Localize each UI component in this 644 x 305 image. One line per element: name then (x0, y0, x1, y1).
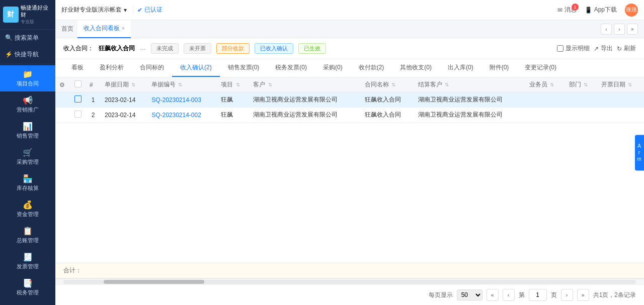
first-page-btn[interactable]: « (487, 289, 499, 301)
sub-tab-tax-invoice[interactable]: 税务发票(0) (267, 59, 315, 77)
export-btn[interactable]: ↗ 导出 (594, 44, 613, 53)
sidebar-item-sales[interactable]: 📊 销售管理 (0, 118, 55, 144)
row-project-1: 狂飙 (217, 92, 249, 108)
sub-tabs: 看板 盈利分析 合同标的 收入确认(2) 销售发票(0) 税务发票(0) 采购(… (55, 59, 644, 77)
row-order-no-1[interactable]: SQ-20230214-003 (147, 92, 217, 108)
sub-tab-profit[interactable]: 盈利分析 (92, 59, 132, 77)
show-detail-checkbox[interactable]: 显示明细 (557, 44, 590, 53)
table-row[interactable]: 2 2023-02-14 SQ-20230214-002 狂飙 湖南卫视商业运营… (55, 108, 644, 123)
col-customer[interactable]: 客户 ⇅ (249, 77, 360, 92)
sort-icon: ⇅ (445, 82, 449, 87)
col-bill-date[interactable]: 开票日期 ⇅ (597, 77, 644, 92)
status-not-invoiced[interactable]: 未开票 (184, 43, 211, 54)
col-date[interactable]: 单据日期 ⇅ (101, 77, 147, 92)
tab-nav-prev[interactable]: ‹ (601, 24, 612, 35)
row-checkbox-2[interactable] (74, 111, 82, 118)
export-label: 导出 (601, 44, 613, 53)
avatar[interactable]: 珠珠 (625, 4, 638, 17)
search-label: 搜索菜单 (15, 34, 39, 42)
col-salesperson[interactable]: 业务员 ⇅ (525, 77, 565, 92)
row-contract-1: 狂飙收入合同 (361, 92, 414, 108)
purchase-icon: 🛒 (23, 148, 33, 157)
col-contract-name[interactable]: 合同名称 ⇅ (361, 77, 414, 92)
page-number-input[interactable] (529, 289, 547, 301)
sidebar-item-fixed-assets[interactable]: 🏢 固定资产 (0, 300, 55, 305)
tab-contract-board[interactable]: 收入合同看板 × (77, 20, 131, 38)
sub-tab-purchase[interactable]: 采购(0) (315, 59, 351, 77)
right-float-panel[interactable]: Arm (635, 135, 644, 170)
verified-label: 已认证 (144, 6, 163, 14)
quick-nav[interactable]: ⚡ 快捷导航 (0, 46, 55, 63)
tab-nav-next[interactable]: › (614, 24, 625, 35)
row-check-1[interactable] (70, 92, 86, 108)
sidebar-item-invoice[interactable]: 🧾 发票管理 (0, 248, 55, 274)
sub-tab-warehouse[interactable]: 出入库(0) (440, 59, 481, 77)
app-download-label: App下载 (594, 6, 617, 14)
order-link-2[interactable]: SQ-20230214-002 (151, 112, 201, 119)
sidebar-item-tax[interactable]: 📑 税务管理 (0, 274, 55, 300)
tab-close-btn[interactable]: × (122, 26, 125, 31)
sub-tab-other-income[interactable]: 其他收支(0) (392, 59, 440, 77)
horizontal-scrollbar[interactable] (55, 278, 644, 284)
row-check-2[interactable] (70, 108, 86, 123)
status-income-confirmed[interactable]: 已收入确认 (255, 43, 293, 54)
col-settings[interactable]: ⚙ (55, 77, 70, 92)
sidebar-item-inventory[interactable]: 🏪 库存核算 (0, 170, 55, 196)
sidebar-item-marketing[interactable]: 📢 营销推广 (0, 91, 55, 118)
row-order-no-2[interactable]: SQ-20230214-002 (147, 108, 217, 123)
sidebar: 财 畅捷通好业财 专业版 🔍 搜索菜单 ⚡ 快捷导航 📁 项目合同 📢 营销推广… (0, 0, 55, 305)
sub-tab-subject[interactable]: 合同标的 (132, 59, 172, 77)
sub-tab-board[interactable]: 看板 (63, 59, 92, 77)
company-selector[interactable]: 好业财专业版演示帐套 ▾ (61, 6, 133, 14)
prev-page-btn[interactable]: ‹ (503, 289, 515, 301)
logo-sub: 专业版 (21, 19, 52, 25)
last-page-btn[interactable]: » (577, 289, 589, 301)
app-download-btn[interactable]: 📱 App下载 (585, 6, 617, 14)
per-page-select[interactable]: 20 50 100 (457, 289, 482, 300)
sidebar-search[interactable]: 🔍 搜索菜单 (0, 30, 55, 46)
sidebar-item-ledger[interactable]: 📋 总账管理 (0, 222, 55, 248)
check-all-checkbox[interactable] (74, 80, 82, 87)
topbar-right: ✉ 1 消息 📱 App下载 珠珠 (557, 4, 638, 17)
row-date-2: 2023-02-14 (101, 108, 147, 123)
message-btn[interactable]: ✉ 1 消息 (557, 6, 577, 14)
col-check-all[interactable] (70, 77, 86, 92)
col-dept[interactable]: 部门 ⇅ (565, 77, 597, 92)
sub-tab-change-log[interactable]: 变更记录(0) (517, 59, 565, 77)
scroll-thumb[interactable] (104, 280, 204, 284)
sidebar-logo: 财 畅捷通好业财 专业版 (0, 0, 55, 30)
show-detail-label: 显示明细 (566, 44, 590, 53)
ledger-icon: 📋 (23, 226, 33, 236)
status-partial-collected[interactable]: 部分收款 (216, 43, 250, 54)
col-project-label: 项目 (221, 81, 233, 88)
refresh-btn[interactable]: ↻ 刷新 (617, 44, 636, 53)
sort-icon: ⇅ (584, 82, 588, 87)
sub-tab-sales-invoice[interactable]: 销售发票(0) (220, 59, 268, 77)
tab-nav-close[interactable]: × (627, 24, 638, 35)
sidebar-item-purchase[interactable]: 🛒 采购管理 (0, 144, 55, 170)
sub-tab-payment[interactable]: 收付款(2) (351, 59, 392, 77)
sidebar-item-label: 营销推广 (17, 106, 39, 114)
status-not-complete[interactable]: 未完成 (151, 43, 179, 54)
table-row[interactable]: 1 2023-02-14 SQ-20230214-003 狂飙 湖南卫视商业运营… (55, 92, 644, 108)
right-float-btn[interactable]: Arm (635, 135, 644, 170)
content-area: 收入合同： 狂飙收入合同 ··· 未完成 未开票 部分收款 已收入确认 已生效 … (55, 38, 644, 305)
sidebar-item-project[interactable]: 📁 项目合同 (0, 65, 55, 91)
order-link-1[interactable]: SQ-20230214-003 (151, 96, 201, 104)
export-icon: ↗ (594, 45, 599, 52)
check-icon: ✔ (137, 7, 142, 14)
row-checkbox-1[interactable] (74, 95, 82, 103)
col-project[interactable]: 项目 ⇅ (217, 77, 249, 92)
show-detail-input[interactable] (557, 45, 564, 52)
next-page-btn[interactable]: › (561, 289, 573, 301)
sidebar-item-finance[interactable]: 💰 资金管理 (0, 196, 55, 222)
status-effective[interactable]: 已生效 (298, 43, 326, 54)
sidebar-item-label: 税务管理 (17, 289, 39, 296)
col-order-no[interactable]: 单据编号 ⇅ (147, 77, 217, 92)
sub-tab-attachment[interactable]: 附件(0) (481, 59, 517, 77)
sort-icon: ⇅ (236, 82, 240, 87)
sub-tab-income-confirm[interactable]: 收入确认(2) (172, 59, 220, 77)
breadcrumb-home[interactable]: 首页 (61, 25, 73, 33)
col-settlement-customer[interactable]: 结算客户 ⇅ (414, 77, 525, 92)
more-options-btn[interactable]: ··· (140, 45, 146, 53)
